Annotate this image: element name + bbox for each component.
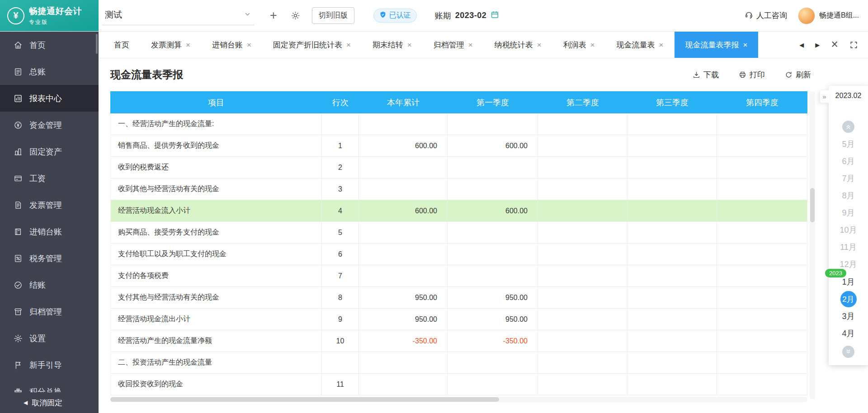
close-tabs-button[interactable]: × <box>831 40 838 50</box>
user-name[interactable]: 畅捷通B组... <box>819 11 859 20</box>
page-actions: 下载打印刷新 <box>693 70 811 80</box>
sidebar-item-1[interactable]: 总账 <box>0 58 99 85</box>
table-row-7[interactable]: 支付的各项税费7 <box>110 265 807 287</box>
tab-4[interactable]: 期末结转× <box>362 32 423 58</box>
add-account-set-button[interactable]: + <box>270 9 277 22</box>
scroll-months-up-button[interactable] <box>842 121 854 133</box>
tab-close-icon[interactable]: × <box>743 41 748 49</box>
sidebar-item-5[interactable]: 工资 <box>0 165 99 192</box>
row-value-cell <box>359 374 448 395</box>
tab-close-icon[interactable]: × <box>186 41 190 49</box>
table-row-8[interactable]: 支付其他与经营活动有关的现金8950.00950.00 <box>110 287 807 309</box>
sidebar-item-10[interactable]: 归档管理 <box>0 298 99 325</box>
row-value-cell <box>627 265 717 286</box>
tab-close-icon[interactable]: × <box>659 41 664 49</box>
calendar-icon[interactable] <box>491 10 499 21</box>
tab-close-icon[interactable]: × <box>537 41 542 49</box>
row-value-cell <box>717 178 807 200</box>
month-item-9[interactable]: 2月 <box>829 291 868 308</box>
month-item-11[interactable]: 4月 <box>829 325 868 342</box>
action-refresh-button[interactable]: 刷新 <box>785 70 811 80</box>
month-item-6[interactable]: 11月 <box>829 239 868 256</box>
row-value-cell <box>717 309 807 330</box>
tab-close-icon[interactable]: × <box>590 41 595 49</box>
tab-1[interactable]: 发票测算× <box>140 32 201 58</box>
table-row-6[interactable]: 支付给职工以及为职工支付的现金6 <box>110 244 807 265</box>
sidebar-item-6[interactable]: 发票管理 <box>0 192 99 218</box>
tab-scroll-left-button[interactable]: ◀ <box>799 42 804 48</box>
company-select[interactable]: 测试 <box>102 6 255 25</box>
gear-icon[interactable] <box>291 11 300 20</box>
sidebar-item-3[interactable]: 资金管理 <box>0 112 99 138</box>
month-item-0[interactable]: 5月 <box>829 136 868 153</box>
table-row-3[interactable]: 收到其他与经营活动有关的现金3 <box>110 178 807 200</box>
table-hscroll-thumb[interactable] <box>110 397 499 402</box>
topbar-main: 测试 + 切到旧版 已认证 账期 2023-02 <box>99 0 868 31</box>
month-item-4[interactable]: 9月 <box>829 204 868 221</box>
tab-0[interactable]: 首页 <box>103 32 140 58</box>
tab-8[interactable]: 现金流量表× <box>606 32 675 58</box>
month-label: 4月 <box>842 328 854 339</box>
sidebar-item-4[interactable]: 固定资产 <box>0 138 99 165</box>
sidebar-item-7[interactable]: 进销台账 <box>0 218 99 245</box>
sidebar-item-2[interactable]: 报表中心 <box>0 85 99 112</box>
tab-6[interactable]: 纳税统计表× <box>484 32 552 58</box>
table-vscroll-thumb[interactable] <box>810 188 815 222</box>
sidebar-item-9[interactable]: 结账 <box>0 272 99 298</box>
support-link[interactable]: 人工咨询 <box>745 10 787 21</box>
sidebar-item-12[interactable]: 新手引导 <box>0 352 99 378</box>
row-value-cell <box>627 113 717 135</box>
table-row-1[interactable]: 销售商品、提供劳务收到的现金1600.00600.00 <box>110 135 807 157</box>
tab-3[interactable]: 固定资产折旧统计表× <box>262 32 362 58</box>
tab-2[interactable]: 进销台账× <box>201 32 262 58</box>
switch-old-version-button[interactable]: 切到旧版 <box>312 7 354 24</box>
row-value-cell <box>717 287 807 308</box>
month-list: 5月6月7月8月9月10月11月12月20231月2月3月4月 <box>829 136 868 342</box>
month-item-2[interactable]: 7月 <box>829 170 868 187</box>
month-item-3[interactable]: 8月 <box>829 187 868 204</box>
tab-5[interactable]: 归档管理× <box>423 32 484 58</box>
tab-controls: ◀ ▶ × <box>799 32 868 58</box>
table-row-2[interactable]: 收到的税费返还2 <box>110 157 807 178</box>
row-value-cell <box>717 265 807 286</box>
certified-badge[interactable]: 已认证 <box>373 9 417 23</box>
tab-close-icon[interactable]: × <box>346 41 351 49</box>
tab-9[interactable]: 现金流量表季报× <box>675 32 759 58</box>
action-download-button[interactable]: 下载 <box>693 70 719 80</box>
sidebar-scrollbar[interactable] <box>96 34 98 54</box>
tab-close-icon[interactable]: × <box>407 41 412 49</box>
sidebar-item-11[interactable]: 设置 <box>0 325 99 352</box>
table-row-9[interactable]: 经营活动现金流出小计9950.00950.00 <box>110 309 807 330</box>
table-row-5[interactable]: 购买商品、接受劳务支付的现金5 <box>110 222 807 244</box>
table-row-4[interactable]: 经营活动现金流入小计4600.00600.00 <box>110 200 807 222</box>
scroll-months-down-button[interactable] <box>842 346 854 358</box>
collapse-panel-handle[interactable]: » <box>820 90 829 103</box>
unpin-sidebar-button[interactable]: ◀ 取消固定 <box>0 392 99 413</box>
table-row-12[interactable]: 收回投资收到的现金11 <box>110 374 807 395</box>
tab-close-icon[interactable]: × <box>247 41 251 49</box>
table-vscroll-track[interactable] <box>810 91 815 399</box>
row-value-cell <box>322 113 359 135</box>
table-row-0[interactable]: 一、经营活动产生的现金流量: <box>110 113 807 135</box>
table-row-10[interactable]: 经营活动产生的现金流量净额10-350.00-350.00 <box>110 330 807 352</box>
row-value-cell: 600.00 <box>448 135 538 156</box>
row-value-cell <box>627 244 717 265</box>
table-row-11[interactable]: 二、投资活动产生的现金流量 <box>110 352 807 374</box>
sidebar-item-0[interactable]: 首页 <box>0 32 99 58</box>
avatar[interactable] <box>798 7 815 24</box>
tab-close-icon[interactable]: × <box>468 41 473 49</box>
fullscreen-icon[interactable] <box>849 41 858 49</box>
row-item-cell: 购买商品、接受劳务支付的现金 <box>110 222 322 243</box>
sidebar-item-8[interactable]: 税务管理 <box>0 245 99 272</box>
accounting-period: 账期 2023-02 <box>435 10 500 21</box>
tab-7[interactable]: 利润表× <box>552 32 606 58</box>
row-value-cell: 8 <box>322 287 359 308</box>
month-item-10[interactable]: 3月 <box>829 308 868 325</box>
period-value[interactable]: 2023-02 <box>455 11 487 20</box>
month-item-1[interactable]: 6月 <box>829 153 868 170</box>
row-value-cell <box>538 244 627 265</box>
tab-scroll-right-button[interactable]: ▶ <box>815 42 820 48</box>
sidebar-item-label: 结账 <box>29 280 46 291</box>
month-item-5[interactable]: 10月 <box>829 221 868 239</box>
action-print-button[interactable]: 打印 <box>739 70 765 80</box>
